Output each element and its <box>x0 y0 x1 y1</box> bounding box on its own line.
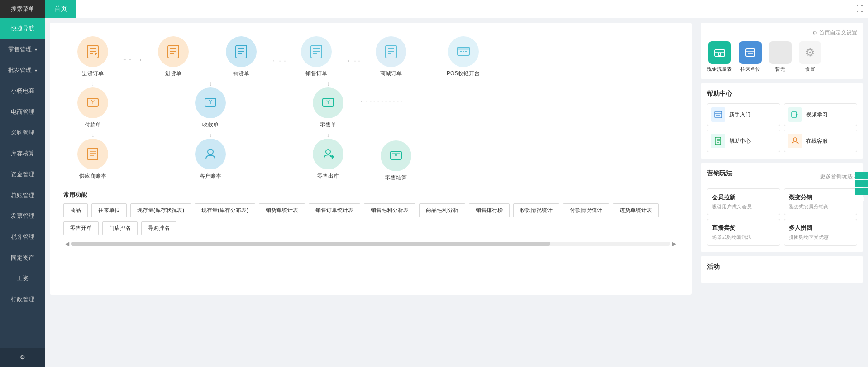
float-btn-desktop[interactable]: 桌面快捷 <box>855 188 868 195</box>
scroll-right-btn[interactable]: ▶ <box>670 241 678 247</box>
sidebar-item-purchase-mgmt[interactable]: 采购管理 <box>0 122 45 143</box>
node-sales-order[interactable]: 销售订单 <box>287 36 346 77</box>
marketing-section: 营销玩法 更多营销玩法 > 会员拉新 吸引用户成为会员 裂变分销 裂变式发展分销… <box>701 163 863 252</box>
svg-rect-25 <box>465 51 467 52</box>
sidebar-item-general-ledger[interactable]: 总账管理 <box>0 185 45 206</box>
quick-icon-settings[interactable]: ⚙ 设置 <box>799 41 821 72</box>
sidebar-item-xiaochang-ec[interactable]: 小畅电商 <box>0 81 45 101</box>
marketing-more-link[interactable]: 更多营销玩法 > <box>820 173 857 180</box>
node-pos-label: POS收银开台 <box>447 70 480 77</box>
help-item-beginner-label: 新手入门 <box>729 111 751 119</box>
main-panel: 进货订单 - - → 进货单 <box>45 18 696 367</box>
svg-rect-47 <box>746 49 755 56</box>
search-menu[interactable]: 搜索菜单 <box>0 0 45 18</box>
marketing-item-fission[interactable]: 裂变分销 裂变式发展分销商 <box>784 188 857 215</box>
quick-icon-cash-flow[interactable]: 现金流量表 <box>707 41 732 72</box>
quick-icon-settings-label: 设置 <box>805 66 815 72</box>
node-sales-bill[interactable]: 销货单 <box>212 36 271 77</box>
help-item-online-service[interactable]: 在线客服 <box>784 130 857 152</box>
help-item-beginner[interactable]: 新手入门 <box>707 103 780 126</box>
chevron-down-icon: ▾ <box>35 68 37 73</box>
sidebar-item-more[interactable]: 行政管理 <box>0 289 45 310</box>
node-payment-bill[interactable]: ¥ 付款单 <box>63 87 122 129</box>
func-button-12[interactable]: 零售开单 <box>63 221 99 235</box>
node-purchase-order[interactable]: 进货订单 <box>63 36 122 77</box>
sidebar-item-invoice-mgmt[interactable]: 发票管理 <box>0 206 45 227</box>
func-button-13[interactable]: 门店排名 <box>102 221 138 235</box>
quick-icon-partner-unit-label: 往来单位 <box>740 66 760 72</box>
node-payment-bill-label: 付款单 <box>85 121 101 129</box>
node-receipt-bill[interactable]: ¥ 收款单 <box>181 87 240 129</box>
node-supplier-account[interactable]: 供应商账本 <box>63 139 122 180</box>
func-buttons-container: 商品往来单位现存量(库存状况表)现存量(库存分布表)销货单统计表销售订单统计表销… <box>63 203 678 235</box>
help-item-video[interactable]: 视频学习 <box>784 103 857 126</box>
marketing-group-title: 多人拼团 <box>789 224 852 232</box>
quick-icon-partner-unit[interactable]: 往来单位 <box>739 41 762 72</box>
func-button-14[interactable]: 导购排名 <box>141 221 176 235</box>
scroll-left-btn[interactable]: ◀ <box>63 241 71 247</box>
svg-point-37 <box>326 150 330 154</box>
node-retail-outbound[interactable]: 零售出库 <box>299 139 358 180</box>
quick-access-settings-label[interactable]: 首页自定义设置 <box>819 29 857 37</box>
func-button-0[interactable]: 商品 <box>63 203 88 217</box>
marketing-live-title: 直播卖货 <box>712 224 775 232</box>
marketing-grid: 会员拉新 吸引用户成为会员 裂变分销 裂变式发展分销商 直播卖货 场景式购物新玩… <box>707 188 857 246</box>
quick-icon-cash-flow-label: 现金流量表 <box>707 66 732 72</box>
node-retail-settle[interactable]: ¥ 零售结算 <box>367 140 425 182</box>
node-customer-account[interactable]: 客户账本 <box>181 139 240 180</box>
func-button-1[interactable]: 往来单位 <box>91 203 127 217</box>
help-item-help[interactable]: 帮助中心 <box>707 130 780 152</box>
func-button-8[interactable]: 销售排行榜 <box>469 203 510 217</box>
marketing-fission-title: 裂变分销 <box>789 193 852 202</box>
sidebar-item-fixed-assets[interactable]: 固定资产 <box>0 247 45 268</box>
help-items-grid: 新手入门 视频学习 帮助中心 <box>707 103 857 152</box>
node-mall-order[interactable]: 商城订单 <box>362 36 420 77</box>
func-button-11[interactable]: 进货单统计表 <box>613 203 659 217</box>
quick-icon-none-label: 暂无 <box>775 66 785 72</box>
svg-rect-50 <box>715 111 722 118</box>
sidebar: 快捷导航 零售管理 ▾ 批发管理 ▾ 小畅电商 电商管理 采购管理 库存核算 资… <box>0 18 45 367</box>
func-button-9[interactable]: 收款情况统计 <box>513 203 559 217</box>
node-sales-order-label: 销售订单 <box>305 70 327 77</box>
quick-icon-none: 暂无 <box>769 41 792 72</box>
node-retail-bill[interactable]: ¥ 零售单 <box>299 87 358 129</box>
sidebar-item-ec-mgmt[interactable]: 电商管理 <box>0 101 45 122</box>
func-button-2[interactable]: 现存量(库存状况表) <box>130 203 191 217</box>
node-purchase-bill[interactable]: 进货单 <box>144 36 203 77</box>
marketing-item-live[interactable]: 直播卖货 场景式购物新玩法 <box>707 219 780 246</box>
svg-rect-24 <box>463 51 464 52</box>
float-btn-community[interactable]: 服务社区 <box>855 180 868 187</box>
float-btn-customer-service[interactable]: 客服热线 <box>855 172 868 179</box>
func-button-5[interactable]: 销售订单统计表 <box>309 203 360 217</box>
marketing-member-desc: 吸引用户成为会员 <box>712 203 775 210</box>
help-item-online-service-label: 在线客服 <box>806 137 828 145</box>
func-button-3[interactable]: 现存量(库存分布表) <box>195 203 255 217</box>
search-menu-label: 搜索菜单 <box>11 5 34 13</box>
sidebar-item-inventory[interactable]: 库存核算 <box>0 143 45 164</box>
func-button-6[interactable]: 销售毛利分析表 <box>364 203 415 217</box>
func-button-7[interactable]: 商品毛利分析 <box>419 203 465 217</box>
right-panel: ⚙ 首页自定义设置 现金流量表 往来单位 <box>696 18 868 367</box>
arrow-left-1: ←- - <box>271 57 286 77</box>
sidebar-settings-button[interactable]: ⚙ <box>0 348 45 367</box>
tab-home[interactable]: 首页 <box>45 0 76 18</box>
node-mall-order-label: 商城订单 <box>380 70 402 77</box>
fullscreen-button[interactable]: ⛶ <box>856 5 863 13</box>
svg-rect-21 <box>458 47 469 50</box>
scrollbar[interactable]: ◀ ▶ <box>63 241 678 247</box>
marketing-live-desc: 场景式购物新玩法 <box>712 234 775 241</box>
func-button-10[interactable]: 付款情况统计 <box>563 203 609 217</box>
func-button-4[interactable]: 销货单统计表 <box>259 203 305 217</box>
sidebar-item-tax-mgmt[interactable]: 税务管理 <box>0 227 45 247</box>
sidebar-item-quick-nav[interactable]: 快捷导航 <box>0 18 45 39</box>
marketing-item-group[interactable]: 多人拼团 拼团购物享受优惠 <box>784 219 857 246</box>
sidebar-item-wholesale-mgmt[interactable]: 批发管理 ▾ <box>0 60 45 81</box>
sidebar-item-fund-mgmt[interactable]: 资金管理 <box>0 164 45 185</box>
sidebar-item-payroll[interactable]: 工资 <box>0 268 45 289</box>
gear-icon: ⚙ <box>812 30 817 36</box>
quick-icons-container: 现金流量表 往来单位 暂无 ⚙ 设置 <box>707 41 857 72</box>
node-pos[interactable]: POS收银开台 <box>434 36 493 77</box>
sidebar-item-retail-mgmt[interactable]: 零售管理 ▾ <box>0 39 45 60</box>
help-center-section: 帮助中心 新手入门 视频学习 <box>701 83 863 159</box>
marketing-item-member[interactable]: 会员拉新 吸引用户成为会员 <box>707 188 780 215</box>
